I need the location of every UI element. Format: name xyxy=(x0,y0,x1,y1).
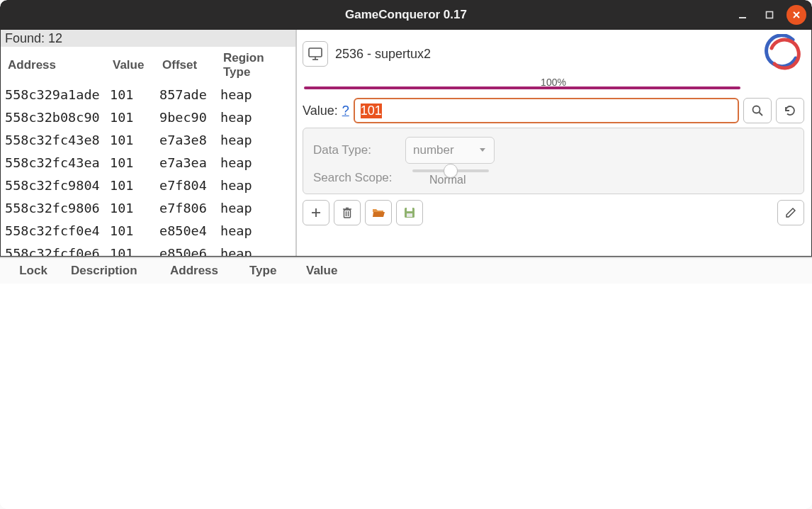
results-header: Address Value Offset Region Type xyxy=(1,47,295,84)
plus-icon xyxy=(310,207,322,218)
table-row[interactable]: 558c32b08c901019bec90heap xyxy=(1,106,295,129)
cell-region: heap xyxy=(216,242,287,257)
found-count: Found: 12 xyxy=(1,30,295,47)
svg-rect-1 xyxy=(767,12,773,18)
col-type[interactable]: Type xyxy=(242,261,299,281)
table-row[interactable]: 558c32fc43ea101e7a3eaheap xyxy=(1,152,295,174)
col-region[interactable]: Region Type xyxy=(219,50,290,81)
edit-button[interactable] xyxy=(777,200,804,225)
cell-offset: e7f806 xyxy=(155,197,216,220)
progress-bar xyxy=(304,86,740,89)
cell-address: 558c32fcf0e4 xyxy=(1,220,106,242)
cell-offset: e7a3ea xyxy=(155,152,216,174)
cell-region: heap xyxy=(216,220,287,242)
cell-offset: e850e4 xyxy=(155,220,216,242)
svg-line-8 xyxy=(760,113,763,116)
value-help-link[interactable]: ? xyxy=(342,104,349,118)
value-input[interactable] xyxy=(354,98,739,123)
cell-address: 558c32fc9804 xyxy=(1,174,106,197)
app-logo-icon xyxy=(765,34,801,74)
col-cheat-value[interactable]: Value xyxy=(299,261,356,281)
cell-address: 558c32fc9806 xyxy=(1,197,106,220)
value-label: Value: xyxy=(303,104,338,118)
table-row[interactable]: 558c32fcf0e4101e850e4heap xyxy=(1,220,295,242)
folder-open-icon xyxy=(372,207,385,218)
window-controls xyxy=(733,5,806,25)
progress-bar-wrap: 100% xyxy=(303,78,804,88)
monitor-icon xyxy=(308,47,323,61)
window-title: GameConqueror 0.17 xyxy=(345,8,467,22)
cell-region: heap xyxy=(216,197,287,220)
cell-offset: 9bec90 xyxy=(155,106,216,129)
cell-address: 558c32fc43e8 xyxy=(1,129,106,152)
results-rows[interactable]: 558c329a1ade101857adeheap558c32b08c90101… xyxy=(1,84,295,257)
svg-rect-4 xyxy=(309,48,322,57)
cell-value: 101 xyxy=(106,152,155,174)
delete-button[interactable] xyxy=(334,200,361,225)
cell-value: 101 xyxy=(106,106,155,129)
open-button[interactable] xyxy=(365,200,392,225)
cell-value: 101 xyxy=(106,242,155,257)
options-box: Data Type: number Search Scope: Normal xyxy=(303,128,804,194)
save-button[interactable] xyxy=(396,200,423,225)
search-scope-slider[interactable] xyxy=(412,169,489,172)
found-label: Found: xyxy=(5,31,45,45)
cell-region: heap xyxy=(216,84,287,106)
table-row[interactable]: 558c329a1ade101857adeheap xyxy=(1,84,295,106)
cheat-list-body[interactable] xyxy=(0,284,812,510)
data-type-value: number xyxy=(413,143,454,157)
cell-region: heap xyxy=(216,129,287,152)
svg-point-7 xyxy=(753,106,760,113)
col-value[interactable]: Value xyxy=(108,57,158,74)
table-row[interactable]: 558c32fcf0e6101e850e6heap xyxy=(1,242,295,257)
reset-button[interactable] xyxy=(776,98,804,123)
minimize-button[interactable] xyxy=(733,5,752,25)
add-button[interactable] xyxy=(303,200,329,225)
pencil-icon xyxy=(785,207,796,218)
process-label: 2536 - supertux2 xyxy=(335,47,431,62)
cell-offset: e7f804 xyxy=(155,174,216,197)
cell-value: 101 xyxy=(106,197,155,220)
cell-value: 101 xyxy=(106,84,155,106)
cheat-toolbar xyxy=(303,198,804,225)
cell-offset: e850e6 xyxy=(155,242,216,257)
svg-rect-19 xyxy=(407,213,412,217)
cell-address: 558c32b08c90 xyxy=(1,106,106,129)
data-type-select[interactable]: number xyxy=(405,137,495,164)
save-icon xyxy=(404,207,415,218)
cell-value: 101 xyxy=(106,129,155,152)
refresh-icon xyxy=(784,104,796,117)
work-area: Found: 12 Address Value Offset Region Ty… xyxy=(0,30,812,257)
col-cheat-address[interactable]: Address xyxy=(163,261,242,281)
cell-region: heap xyxy=(216,174,287,197)
cell-region: heap xyxy=(216,106,287,129)
col-description[interactable]: Description xyxy=(64,261,163,281)
value-row: Value: ? xyxy=(303,98,804,123)
svg-rect-18 xyxy=(407,208,412,211)
data-type-label: Data Type: xyxy=(313,143,405,157)
search-scope-label: Search Scope: xyxy=(313,171,405,185)
cell-region: heap xyxy=(216,152,287,174)
table-row[interactable]: 558c32fc43e8101e7a3e8heap xyxy=(1,129,295,152)
cell-offset: e7a3e8 xyxy=(155,129,216,152)
cell-address: 558c329a1ade xyxy=(1,84,106,106)
process-row: 2536 - supertux2 xyxy=(303,34,804,74)
trash-icon xyxy=(342,206,353,219)
col-address[interactable]: Address xyxy=(4,57,108,74)
control-panel: 2536 - supertux2 100% Value: ? xyxy=(297,30,811,256)
close-button[interactable] xyxy=(786,5,806,25)
cell-offset: 857ade xyxy=(155,84,216,106)
col-offset[interactable]: Offset xyxy=(158,57,219,74)
found-number: 12 xyxy=(48,31,62,45)
cell-value: 101 xyxy=(106,174,155,197)
search-button[interactable] xyxy=(743,98,772,123)
cell-value: 101 xyxy=(106,220,155,242)
titlebar: GameConqueror 0.17 xyxy=(0,0,812,30)
slider-thumb[interactable] xyxy=(444,164,458,178)
cheat-list-header: Lock Description Address Type Value xyxy=(0,257,812,284)
select-process-button[interactable] xyxy=(303,41,328,67)
col-lock[interactable]: Lock xyxy=(3,261,64,281)
table-row[interactable]: 558c32fc9806101e7f806heap xyxy=(1,197,295,220)
maximize-button[interactable] xyxy=(760,5,779,25)
table-row[interactable]: 558c32fc9804101e7f804heap xyxy=(1,174,295,197)
